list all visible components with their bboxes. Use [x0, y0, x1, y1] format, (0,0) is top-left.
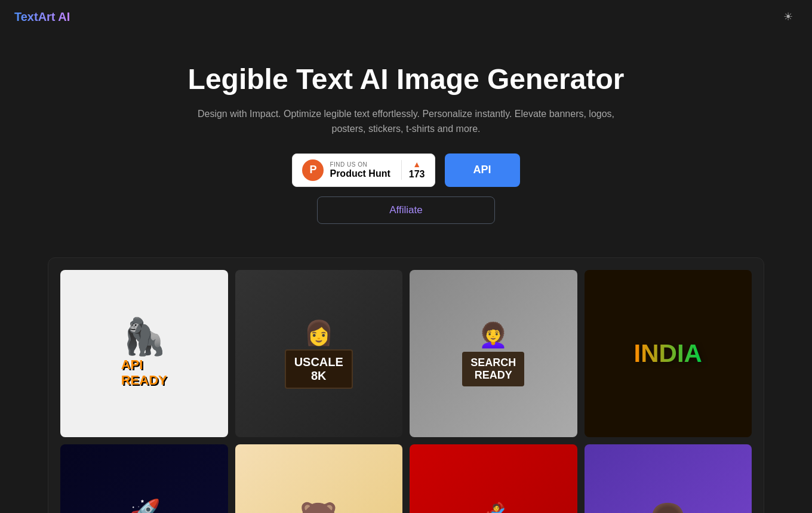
product-hunt-name: Product Hunt	[330, 168, 390, 179]
gallery-item-uscale[interactable]: 👩 USCALE8K	[235, 270, 403, 438]
header: TextArt AI ☀	[0, 0, 812, 33]
bear-icon: 🐻	[298, 503, 339, 513]
gallery-item-stay-cool[interactable]: 🐻 STAY COOL	[235, 444, 403, 513]
logo-text: TextArt AI	[14, 10, 70, 23]
uscale-sign-text: USCALE8K	[285, 349, 353, 389]
astronaut-icon: 🚀	[127, 497, 161, 513]
affiliate-row: Affiliate	[14, 196, 798, 224]
product-hunt-icon: P	[302, 159, 324, 181]
search-sign-text: SEARCHREADY	[462, 352, 524, 386]
girl-icon: 👧	[647, 502, 688, 513]
product-hunt-count: ▲ 173	[401, 160, 425, 180]
hero-title: Legible Text AI Image Generator	[14, 62, 798, 97]
product-hunt-button[interactable]: P FIND US ON Product Hunt ▲ 173	[292, 153, 435, 187]
gallery-item-api-ready[interactable]: 🦍 APIREADY	[60, 270, 228, 438]
affiliate-button[interactable]: Affiliate	[317, 196, 494, 224]
upvote-count: 173	[409, 168, 425, 180]
gallery-item-search-ready[interactable]: 👩‍🦱 SEARCHREADY	[410, 270, 577, 438]
monkey-emoji-icon: 🦍	[122, 319, 167, 355]
find-us-label: FIND US ON	[330, 161, 367, 168]
person-search-icon: 👩‍🦱	[478, 321, 508, 349]
deadpool-icon: 🦸	[475, 502, 512, 513]
hero-subtitle: Design with Impact. Optimize legible tex…	[197, 106, 615, 137]
gallery-wrapper: 🦍 APIREADY 👩 USCALE8K 👩‍🦱 SEARCHREADY IN…	[0, 257, 812, 513]
gallery-item-india[interactable]: INDIA	[585, 270, 752, 438]
gallery-item-we-want[interactable]: 🦸 WE WANT!	[410, 444, 577, 513]
sun-icon: ☀	[783, 10, 793, 23]
person-icon: 👩	[304, 319, 334, 347]
api-button[interactable]: API	[445, 153, 520, 187]
cta-row: P FIND US ON Product Hunt ▲ 173 API	[14, 153, 798, 187]
logo[interactable]: TextArt AI	[14, 10, 70, 24]
gallery-grid: 🦍 APIREADY 👩 USCALE8K 👩‍🦱 SEARCHREADY IN…	[60, 270, 752, 513]
api-ready-text: APIREADY	[121, 357, 167, 388]
product-hunt-text: FIND US ON Product Hunt	[330, 161, 390, 179]
theme-toggle-button[interactable]: ☀	[779, 7, 798, 26]
gallery-item-vote[interactable]: 👧 VOTE	[585, 444, 752, 513]
gallery-item-ineed-more[interactable]: 🚀 I NEED MORE⭐🪐✨	[60, 444, 228, 513]
gallery-container: 🦍 APIREADY 👩 USCALE8K 👩‍🦱 SEARCHREADY IN…	[48, 257, 764, 513]
upvote-arrow-icon: ▲	[413, 160, 421, 168]
india-text: INDIA	[634, 339, 702, 368]
hero-section: Legible Text AI Image Generator Design w…	[0, 33, 812, 257]
